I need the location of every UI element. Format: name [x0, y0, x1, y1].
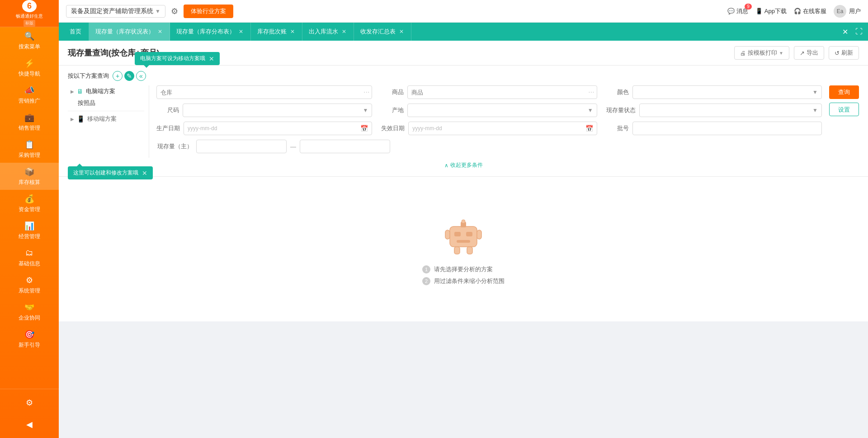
scheme-mobile-label: 移动端方案 [87, 115, 117, 123]
size-chevron-icon[interactable]: ▼ [363, 107, 368, 113]
color-control: ▼ [632, 85, 822, 99]
product-input[interactable] [407, 85, 597, 99]
tab-inventory-dist[interactable]: 现存量（库存分布表） ✕ [170, 23, 251, 41]
setting-button[interactable]: 设置 [829, 103, 859, 116]
size-control: ▼ [183, 104, 372, 117]
tab-inventory-batch-close[interactable]: ✕ [289, 28, 296, 36]
inv-status-control: ▼ [639, 104, 822, 117]
add-scheme-btn[interactable]: + [113, 71, 123, 81]
prod-date-start-placeholder: yyyy-mm-dd [188, 125, 360, 132]
scheme-sub-label: 按照品 [78, 99, 95, 107]
user-menu[interactable]: Ea 用户 [834, 5, 861, 18]
sidebar-item-enterprise[interactable]: 🤝 企业协同 [0, 298, 59, 325]
scheme-pc-label: 电脑端方案 [86, 87, 115, 95]
scheme-node-pc[interactable]: ▶ 🖥 电脑端方案 [68, 85, 144, 97]
color-chevron-icon[interactable]: ▼ [812, 89, 818, 95]
sidebar-item-operation[interactable]: 📊 经营管理 [0, 217, 59, 244]
sidebar-settings-btn[interactable]: ⚙ [0, 394, 59, 412]
tab-receive-send-close[interactable]: ✕ [398, 28, 405, 36]
online-support-button[interactable]: 🎧 在线客服 [794, 7, 826, 15]
filter-size: 尺码 ▼ [156, 104, 372, 117]
sidebar-collapse-btn[interactable]: ◀ [0, 415, 59, 433]
back-scheme-btn[interactable]: « [136, 71, 146, 81]
tooltip-1-close[interactable]: ✕ [209, 55, 214, 62]
message-button[interactable]: 💬 消息 9 [727, 7, 748, 15]
tab-in-out[interactable]: 出入库流水 ✕ [302, 23, 354, 41]
filter-exp-date: 失效日期 yyyy-mm-dd 📅 [381, 122, 597, 135]
exp-date-control: yyyy-mm-dd 📅 [408, 122, 597, 135]
svg-rect-7 [477, 230, 481, 239]
warehouse-dots-icon[interactable]: ··· [363, 88, 369, 96]
tab-receive-send[interactable]: 收发存汇总表 ✕ [354, 23, 411, 41]
expand-mobile-icon: ▶ [71, 117, 74, 122]
tab-in-out-close[interactable]: ✕ [341, 28, 347, 36]
filter-row-4: 现存量（主） — [156, 140, 822, 153]
sidebar-bottom: ⚙ ◀ [0, 389, 59, 438]
export-button[interactable]: ↗ 导出 [794, 46, 824, 60]
inv-qty-end[interactable] [300, 140, 390, 153]
logo-text: 畅通通好生意 [16, 13, 43, 19]
inv-qty-start[interactable] [196, 140, 287, 153]
empty-state: 1 请先选择要分析的方案 2 用过滤条件来缩小分析范围 [59, 177, 868, 321]
tab-inventory-dist-close[interactable]: ✕ [238, 28, 244, 36]
exp-date-start[interactable]: yyyy-mm-dd 📅 [408, 122, 597, 135]
sidebar-item-inventory[interactable]: 📦 库存核算 [0, 163, 59, 190]
user-label: 用户 [849, 7, 861, 15]
refresh-button[interactable]: ↺ 刷新 [829, 46, 859, 60]
edit-scheme-btn[interactable]: ✎ [124, 71, 134, 81]
tab-fullscreen-icon[interactable]: ⛶ [854, 26, 864, 38]
tooltip-2-close[interactable]: ✕ [142, 170, 147, 177]
tab-inventory-status[interactable]: 现存量（库存状况表） ✕ [89, 23, 170, 41]
settings-gear-icon[interactable]: ⚙ [171, 6, 178, 16]
sidebar-item-basic[interactable]: 🗂 基础信息 [0, 244, 59, 271]
filter-controls: ··· 商品 ··· 颜色 [156, 85, 822, 158]
product-label: 商品 [381, 88, 404, 96]
product-dots-icon[interactable]: ··· [588, 88, 594, 96]
filter-label: 按以下方案查询 [68, 72, 109, 80]
origin-chevron-icon[interactable]: ▼ [588, 107, 593, 113]
tab-inventory-batch-label: 库存批次账 [257, 28, 287, 36]
collapse-row[interactable]: ∧ 收起更多条件 [68, 158, 859, 173]
system-selector[interactable]: 装备及固定资产辅助管理系统 ▼ [66, 5, 165, 18]
scheme-node-mobile[interactable]: ▶ 📱 移动端方案 [68, 111, 144, 125]
operation-icon: 📊 [24, 221, 34, 231]
search-button[interactable]: 查询 [829, 85, 859, 99]
tab-inventory-batch[interactable]: 库存批次账 ✕ [251, 23, 302, 41]
tab-home[interactable]: 首页 [62, 23, 89, 41]
mobile-icon: 📱 [77, 115, 85, 122]
scheme-sub-item[interactable]: 按照品 [68, 97, 144, 109]
chevron-down-icon: ▼ [155, 8, 160, 14]
sidebar-item-system[interactable]: ⚙ 系统管理 [0, 271, 59, 298]
sidebar-item-sales[interactable]: 💼 销售管理 [0, 108, 59, 136]
sidebar-item-finance[interactable]: 💰 资金管理 [0, 190, 59, 217]
refresh-label: 刷新 [841, 49, 853, 57]
sidebar-item-quick-nav[interactable]: ⚡ 快捷导航 [0, 54, 59, 81]
filter-row-3: 生产日期 yyyy-mm-dd 📅 失效日期 [156, 122, 822, 135]
warehouse-input[interactable] [156, 85, 372, 99]
step-2-num: 2 [422, 277, 430, 285]
tooltip-1-text: 电脑方案可设为移动方案哦 [140, 55, 205, 62]
filter-section: 按以下方案查询 + ✎ « 电脑方案可设为移动方案哦 ✕ [59, 66, 868, 177]
header: 装备及固定资产辅助管理系统 ▼ ⚙ 体验行业方案 💬 消息 9 📱 App下载 … [59, 0, 868, 23]
sidebar-item-purchase[interactable]: 📋 采购管理 [0, 136, 59, 163]
tab-bar-right: ✕ ⛶ [840, 26, 864, 38]
tab-inventory-status-close[interactable]: ✕ [157, 28, 163, 36]
page-header-actions: 🖨 按模板打印 ▼ ↗ 导出 ↺ 刷新 [734, 46, 859, 60]
inventory-icon: 📦 [24, 167, 34, 177]
svg-rect-2 [466, 232, 472, 236]
print-button[interactable]: 🖨 按模板打印 ▼ [734, 46, 789, 60]
sidebar-item-search[interactable]: 🔍 搜索菜单 [0, 27, 59, 54]
prod-date-start[interactable]: yyyy-mm-dd 📅 [184, 122, 372, 135]
app-download-button[interactable]: 📱 App下载 [755, 7, 787, 15]
sidebar-item-guide[interactable]: 🎯 新手引导 [0, 325, 59, 353]
batch-input[interactable] [632, 122, 822, 135]
support-label: 在线客服 [803, 7, 826, 15]
sales-icon: 💼 [24, 113, 34, 122]
inv-status-chevron-icon[interactable]: ▼ [812, 107, 818, 113]
filter-origin: 产地 ▼ [381, 104, 597, 117]
tab-close-all-icon[interactable]: ✕ [840, 26, 850, 38]
exp-date-label: 失效日期 [381, 124, 405, 132]
sidebar-item-marketing[interactable]: 📣 营销推广 [0, 81, 59, 108]
message-icon: 💬 [727, 8, 735, 14]
industry-plan-button[interactable]: 体验行业方案 [184, 5, 233, 18]
